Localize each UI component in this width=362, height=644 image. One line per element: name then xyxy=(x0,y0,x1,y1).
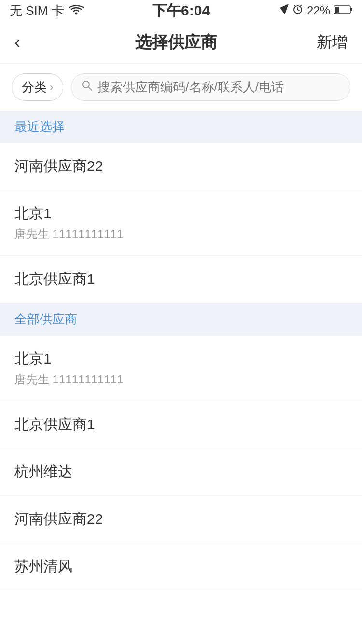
category-label: 分类 xyxy=(22,79,47,96)
nav-bar: ‹ 选择供应商 新增 xyxy=(0,21,362,64)
supplier-name: 河南供应商22 xyxy=(14,156,348,176)
all-items-list: 北京1唐先生 11111111111北京供应商1杭州维达河南供应商22苏州清风 xyxy=(0,336,362,590)
supplier-contact: 唐先生 11111111111 xyxy=(14,226,348,242)
search-icon xyxy=(81,80,93,95)
svg-line-4 xyxy=(298,10,299,11)
list-item[interactable]: 杭州维达 xyxy=(0,448,362,496)
recent-items-list: 河南供应商22北京1唐先生 11111111111北京供应商1 xyxy=(0,143,362,303)
status-left: 无 SIM 卡 xyxy=(10,2,84,19)
status-right: 22% xyxy=(280,4,352,17)
alarm-icon xyxy=(292,4,303,17)
svg-rect-9 xyxy=(335,7,339,13)
supplier-name: 北京1 xyxy=(14,204,348,224)
no-sim-label: 无 SIM 卡 xyxy=(10,2,64,19)
supplier-name: 苏州清风 xyxy=(14,557,348,576)
supplier-name: 北京供应商1 xyxy=(14,269,348,289)
list-item[interactable]: 北京1唐先生 11111111111 xyxy=(0,190,362,256)
back-button[interactable]: ‹ xyxy=(14,32,43,53)
search-box[interactable] xyxy=(71,73,350,101)
status-time: 下午6:04 xyxy=(152,1,210,21)
svg-line-5 xyxy=(294,5,296,7)
supplier-name: 北京1 xyxy=(14,349,348,369)
add-button[interactable]: 新增 xyxy=(309,32,348,53)
battery-label: 22% xyxy=(307,4,330,17)
svg-line-6 xyxy=(300,5,301,7)
page-title: 选择供应商 xyxy=(135,31,217,54)
svg-point-0 xyxy=(75,12,77,14)
battery-icon xyxy=(334,4,352,17)
search-input[interactable] xyxy=(97,80,340,95)
supplier-name: 河南供应商22 xyxy=(14,509,348,529)
svg-rect-8 xyxy=(350,8,352,11)
location-icon xyxy=(280,4,289,17)
list-item[interactable]: 北京供应商1 xyxy=(0,256,362,303)
chevron-right-icon: › xyxy=(50,81,53,94)
list-item[interactable]: 北京1唐先生 11111111111 xyxy=(0,336,362,401)
filter-row: 分类 › xyxy=(0,64,362,111)
svg-marker-1 xyxy=(280,4,289,14)
supplier-name: 杭州维达 xyxy=(14,462,348,482)
list-item[interactable]: 河南供应商22 xyxy=(0,143,362,190)
list-item[interactable]: 北京供应商1 xyxy=(0,401,362,448)
supplier-contact: 唐先生 11111111111 xyxy=(14,372,348,387)
recent-section-header: 最近选择 xyxy=(0,111,362,143)
list-item[interactable]: 苏州清风 xyxy=(0,543,362,590)
list-item[interactable]: 河南供应商22 xyxy=(0,496,362,543)
wifi-icon xyxy=(69,3,84,18)
category-button[interactable]: 分类 › xyxy=(12,73,63,101)
all-section-header: 全部供应商 xyxy=(0,303,362,336)
supplier-name: 北京供应商1 xyxy=(14,415,348,434)
svg-line-11 xyxy=(89,87,92,91)
status-bar: 无 SIM 卡 下午6:04 22 xyxy=(0,0,362,21)
